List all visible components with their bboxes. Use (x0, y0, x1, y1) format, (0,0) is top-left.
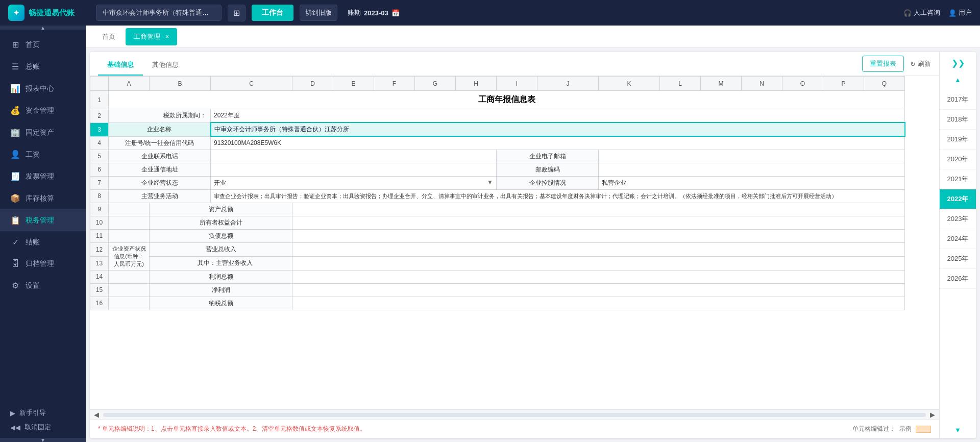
year-item-2024[interactable]: 2024年 (940, 229, 976, 249)
col-m: M (701, 77, 742, 91)
table-row: 2 税款所属期间： 2022年度 (90, 109, 905, 123)
sidebar-item-payroll[interactable]: 👤 工资 (0, 143, 86, 165)
sidebar-item-home[interactable]: ⊞ 首页 (0, 34, 86, 56)
col-b: B (150, 77, 211, 91)
sidebar-item-inventory[interactable]: 📦 库存核算 (0, 187, 86, 209)
year-item-2019[interactable]: 2019年 (940, 130, 976, 150)
year-item-2020[interactable]: 2020年 (940, 150, 976, 169)
year-collapse-left[interactable]: ❯❯ (940, 54, 976, 72)
row11-value[interactable] (292, 229, 905, 242)
sidebar-item-finance[interactable]: 💰 资金管理 (0, 100, 86, 121)
ledger-icon: ☰ (10, 62, 20, 71)
scroll-left-button[interactable]: ◀ (92, 411, 101, 419)
row5-phone-value[interactable] (211, 150, 497, 163)
period-label: 账期 (348, 8, 361, 17)
title-cell[interactable]: 工商年报信息表 (109, 91, 905, 109)
sidebar-item-ledger[interactable]: ☰ 总账 (0, 56, 86, 78)
sidebar-label-finance: 资金管理 (26, 106, 54, 115)
company-selector[interactable]: 中审众环会计师事务所（特殊普通合伙... ▼ (96, 5, 222, 21)
sidebar-item-invoice[interactable]: 🧾 发票管理 (0, 165, 86, 187)
table-row: 16 纳税总额 (90, 297, 905, 310)
unpin-icon: ◀◀ (10, 424, 20, 431)
sidebar-item-tax[interactable]: 📋 税务管理 (0, 209, 86, 231)
workbench-button[interactable]: 工作台 (252, 5, 293, 21)
sidebar-item-settings[interactable]: ⚙ 设置 (0, 275, 86, 297)
row7-control-value[interactable]: 私营企业 (599, 176, 905, 189)
horizontal-scrollbar[interactable]: ◀ ▶ (90, 409, 939, 420)
row8-value[interactable]: 审查企业会计报表；出具审计报告；验证企业资本；出具验资报告；办理企业合开、分立、… (211, 189, 905, 203)
table-row: 15 净利润 (90, 283, 905, 297)
reset-button[interactable]: 重置报表 (862, 56, 904, 72)
tab-other-info[interactable]: 其他信息 (143, 55, 188, 76)
year-item-2026[interactable]: 2026年 (940, 269, 976, 289)
scroll-track[interactable] (103, 413, 926, 417)
year-item-2018[interactable]: 2018年 (940, 110, 976, 130)
inventory-icon: 📦 (10, 193, 20, 203)
sidebar-item-archive[interactable]: 🗄 归档管理 (0, 253, 86, 275)
tab-business[interactable]: 工商管理 × (126, 28, 177, 45)
row-num-9: 9 (90, 203, 109, 216)
col-o: O (782, 77, 823, 91)
top-right: 🎧 人工咨询 👤 用户 (903, 8, 972, 17)
tab-basic-info[interactable]: 基础信息 (98, 55, 143, 76)
row15-empty (109, 283, 150, 297)
sidebar-label-settings: 设置 (26, 281, 40, 290)
tab-home[interactable]: 首页 (94, 28, 124, 45)
row2-value[interactable]: 2022年度 (211, 109, 905, 123)
row4-label: 注册号/统一社会信用代码 (109, 136, 211, 150)
sidebar-item-close[interactable]: ✓ 结账 (0, 231, 86, 253)
tab-close-button[interactable]: × (165, 33, 169, 40)
sidebar-label-tax: 税务管理 (26, 216, 54, 225)
row7-status-value[interactable]: 开业 ▼ (211, 176, 497, 189)
sidebar-scroll-down[interactable]: ▼ (0, 438, 86, 442)
row15-value[interactable] (292, 283, 905, 297)
row5-email-label: 企业电子邮箱 (497, 150, 599, 163)
year-item-2023[interactable]: 2023年 (940, 209, 976, 229)
row12-group-label: 企业资产状况信息(币种：人民币万元) (109, 242, 150, 270)
row13-label: 其中：主营业务收入 (150, 256, 292, 270)
sidebar-item-unpin[interactable]: ◀◀ 取消固定 (10, 423, 76, 432)
row-num-3: 3 (90, 122, 109, 136)
col-a: A (109, 77, 150, 91)
row9-label: 资产总额 (150, 203, 292, 216)
row14-value[interactable] (292, 270, 905, 283)
sidebar-item-assets[interactable]: 🏢 固定资产 (0, 121, 86, 143)
year-item-2021[interactable]: 2021年 (940, 169, 976, 189)
year-item-2022[interactable]: 2022年 (940, 189, 976, 209)
scroll-right-button[interactable]: ▶ (928, 411, 937, 419)
row12-value[interactable] (292, 242, 905, 256)
year-scroll-down[interactable]: ▼ (940, 422, 976, 438)
switch-version-button[interactable]: 切到旧版 (300, 5, 337, 21)
home-icon: ⊞ (10, 40, 20, 50)
support-item[interactable]: 🎧 人工咨询 (903, 8, 940, 17)
row11-label: 负债总额 (150, 229, 292, 242)
table-wrapper[interactable]: A B C D E F G H I J K L (90, 76, 939, 409)
sidebar-item-guide[interactable]: ▶ 新手引导 (10, 408, 76, 418)
row8-label: 主营业务活动 (109, 189, 211, 203)
sidebar-item-reports[interactable]: 📊 报表中心 (0, 78, 86, 100)
table-row: 12 企业资产状况信息(币种：人民币万元) 营业总收入 (90, 242, 905, 256)
row6-zip-value[interactable] (599, 163, 905, 176)
row6-address-value[interactable] (211, 163, 497, 176)
row3-value[interactable]: 中审众环会计师事务所（特殊普通合伙）江苏分所 (211, 122, 905, 136)
row4-value[interactable]: 91320100MA208E5W6K (211, 136, 905, 150)
row9-value[interactable] (292, 203, 905, 216)
archive-button[interactable]: ⊞ (228, 5, 246, 21)
refresh-button[interactable]: ↻ 刷新 (910, 59, 931, 68)
row13-value[interactable] (292, 256, 905, 270)
year-item-2017[interactable]: 2017年 (940, 90, 976, 110)
table-row: 9 资产总额 (90, 203, 905, 216)
sidebar-label-archive: 归档管理 (26, 259, 54, 268)
row5-email-value[interactable] (599, 150, 905, 163)
row10-value[interactable] (292, 216, 905, 229)
calendar-icon[interactable]: 📅 (391, 9, 400, 17)
row16-value[interactable] (292, 297, 905, 310)
year-item-2025[interactable]: 2025年 (940, 249, 976, 269)
tab-bar: 首页 工商管理 × (86, 26, 980, 48)
year-scroll-up[interactable]: ▲ (940, 72, 976, 88)
sidebar-label-inventory: 库存核算 (26, 194, 54, 203)
sidebar-label-close: 结账 (26, 238, 40, 247)
user-item[interactable]: 👤 用户 (948, 8, 972, 17)
sidebar-scroll-up[interactable]: ▲ (0, 26, 86, 30)
sheet-title: 工商年报信息表 (478, 95, 535, 104)
